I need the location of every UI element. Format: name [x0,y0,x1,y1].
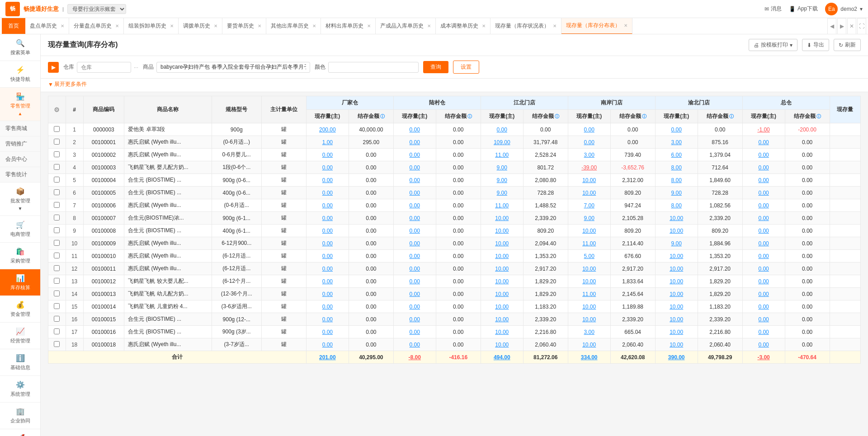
row-g2-qty[interactable]: 0.00 [393,300,436,313]
tab-close-stock-dist[interactable]: ✕ [624,23,627,28]
print-button[interactable]: 🖨 按模板打印 ▾ [749,39,797,51]
row-checkbox[interactable] [48,161,66,174]
row-g3-qty[interactable]: 9.00 [481,187,523,199]
row-g3-qty[interactable]: 0.00 [481,123,523,136]
sidebar-item-ecommerce[interactable]: 🛒 电商管理 [0,216,40,243]
tab-prev[interactable]: ◀ [827,18,836,34]
row-g5-qty[interactable]: 8.00 [655,161,698,174]
g1-amt-info[interactable]: ⓘ [380,114,385,119]
g2-amt-info[interactable]: ⓘ [467,114,472,119]
sidebar-item-nav[interactable]: ⚡ 快捷导航 [0,61,40,88]
tab-cost-adj[interactable]: 成本调整单历史 ✕ [436,18,491,34]
totals-total-qty[interactable]: -3.00 [742,351,785,364]
row-checkbox[interactable] [48,275,66,288]
row-g2-qty[interactable]: 0.00 [393,263,436,275]
account-selector[interactable]: 母婴行业演示账套 [67,4,126,14]
tab-close-all[interactable]: ✕ [847,18,856,34]
row-g4-qty[interactable]: 7.00 [568,199,610,212]
row-total-qty[interactable]: 0.00 [742,288,785,300]
g4-amt-info[interactable]: ⓘ [642,114,646,119]
row-g1-qty[interactable]: 0.00 [306,149,349,161]
row-g4-qty[interactable]: 3.00 [568,326,610,338]
row-g4-qty[interactable]: 10.00 [568,300,610,313]
row-g1-qty[interactable]: 0.00 [306,288,349,300]
row-g3-qty[interactable]: 10.00 [481,326,523,338]
row-g4-qty[interactable]: 10.00 [568,263,610,275]
totals-g2-qty[interactable]: -8.00 [393,351,436,364]
row-total-qty[interactable]: 0.00 [742,250,785,263]
row-g5-qty[interactable]: 10.00 [655,212,698,225]
row-g4-qty[interactable]: 11.00 [568,288,610,300]
row-g5-qty[interactable]: 10.00 [655,300,698,313]
total-amt-info[interactable]: ⓘ [816,114,821,119]
app-download-btn[interactable]: 📱 App下载 [789,5,818,13]
user-area[interactable]: Ea demo2 ▾ [825,3,863,15]
row-total-qty[interactable]: 0.00 [742,199,785,212]
row-g3-qty[interactable]: 10.00 [481,313,523,326]
query-button[interactable]: 查询 [423,61,448,73]
row-checkbox[interactable] [48,123,66,136]
row-checkbox[interactable] [48,149,66,161]
row-total-qty[interactable]: 0.00 [742,338,785,351]
warehouse-input[interactable] [77,62,131,73]
row-g2-qty[interactable]: 0.00 [393,338,436,351]
row-total-qty[interactable]: 0.00 [742,174,785,187]
row-checkbox[interactable] [48,187,66,199]
row-g1-qty[interactable]: 0.00 [306,263,349,275]
row-g3-qty[interactable]: 10.00 [481,237,523,250]
row-g4-qty[interactable]: 9.00 [568,212,610,225]
sidebar-item-enterprise[interactable]: 🏢 企业协同 [0,403,40,429]
row-g5-qty[interactable]: 9.00 [655,187,698,199]
row-g3-qty[interactable]: 10.00 [481,338,523,351]
row-g2-qty[interactable]: 0.00 [393,288,436,300]
row-g4-qty[interactable]: 10.00 [568,338,610,351]
sidebar-item-retail-stats[interactable]: 零售统计 [0,167,40,183]
row-g5-qty[interactable]: 8.00 [655,199,698,212]
sidebar-item-inventory[interactable]: 📊 库存核算 [0,269,40,296]
totals-g4-qty[interactable]: 334.00 [568,351,610,364]
row-checkbox[interactable] [48,199,66,212]
totals-g1-qty[interactable]: 201.00 [306,351,349,364]
sidebar-item-members[interactable]: 会员中心 [0,152,40,167]
tab-next[interactable]: ▶ [837,18,846,34]
row-g4-qty[interactable]: 11.00 [568,237,610,250]
row-g5-qty[interactable]: 10.00 [655,288,698,300]
row-checkbox[interactable] [48,212,66,225]
row-g1-qty[interactable]: 0.00 [306,161,349,174]
row-total-qty[interactable]: 0.00 [742,313,785,326]
expand-toggle[interactable]: ▶ [48,62,59,73]
tab-transfer[interactable]: 调拨单历史 ✕ [179,18,222,34]
row-g3-qty[interactable]: 10.00 [481,263,523,275]
row-g4-qty[interactable]: 10.00 [568,225,610,237]
g3-amt-info[interactable]: ⓘ [555,114,559,119]
row-g5-qty[interactable]: 8.00 [655,174,698,187]
row-total-qty[interactable]: 0.00 [742,187,785,199]
tab-combo[interactable]: 组装拆卸单历史 ✕ [124,18,179,34]
row-g1-qty[interactable]: 0.00 [306,300,349,313]
export-button[interactable]: ⬇ 导出 [802,39,829,51]
tab-close-combo[interactable]: ✕ [170,23,174,28]
row-total-qty[interactable]: 0.00 [742,212,785,225]
sidebar-item-wholesale[interactable]: 📦 批发管理 ▼ [0,183,40,216]
totals-g5-qty[interactable]: 390.00 [655,351,698,364]
row-checkbox[interactable] [48,288,66,300]
tab-close-stocktake[interactable]: ✕ [61,23,64,28]
row-g5-qty[interactable]: 0.00 [655,123,698,136]
row-g2-qty[interactable]: 0.00 [393,174,436,187]
row-g3-qty[interactable]: 11.00 [481,149,523,161]
row-g3-qty[interactable]: 10.00 [481,225,523,237]
row-g2-qty[interactable]: 0.00 [393,212,436,225]
row-g5-qty[interactable]: 6.00 [655,149,698,161]
row-g4-qty[interactable]: 10.00 [568,174,610,187]
row-g4-qty[interactable]: 10.00 [568,275,610,288]
row-checkbox[interactable] [48,263,66,275]
row-g3-qty[interactable]: 10.00 [481,275,523,288]
row-g4-qty[interactable]: 10.00 [568,313,610,326]
sidebar-item-finance[interactable]: 💰 资金管理 [0,296,40,323]
row-g4-qty[interactable]: 5.00 [568,250,610,263]
tab-stocktake[interactable]: 盘点单历史 ✕ [25,18,69,34]
row-g5-qty[interactable]: 10.00 [655,326,698,338]
row-g3-qty[interactable]: 10.00 [481,300,523,313]
row-g5-qty[interactable]: 3.00 [655,136,698,149]
row-g2-qty[interactable]: 0.00 [393,123,436,136]
